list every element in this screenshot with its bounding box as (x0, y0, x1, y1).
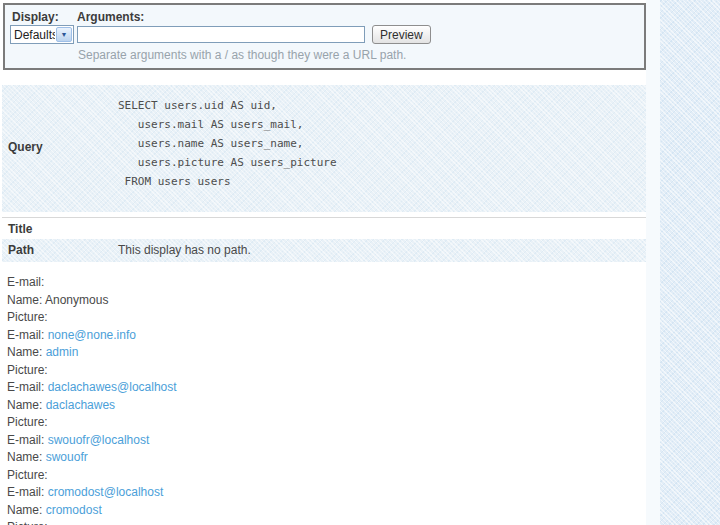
arguments-label: Arguments: (77, 10, 144, 24)
field-value-link[interactable]: admin (46, 345, 79, 359)
field-line: Name: admin (7, 344, 627, 362)
field-line: Picture: (7, 362, 627, 380)
field-label: Picture: (7, 310, 48, 324)
field-label: E-mail: (7, 275, 44, 289)
path-row: Path This display has no path. (2, 239, 646, 262)
field-label: Name: (7, 450, 46, 464)
field-label: E-mail: (7, 328, 48, 342)
arguments-input[interactable] (77, 26, 365, 43)
views-preview-page: Display: Defaults ▼ Arguments: Preview S… (0, 0, 720, 525)
field-label: Name: (7, 398, 46, 412)
field-line: Name: Anonymous (7, 292, 627, 310)
field-label: Picture: (7, 415, 48, 429)
field-value-link[interactable]: daclachawes@localhost (48, 380, 177, 394)
field-line: E-mail: daclachawes@localhost (7, 379, 627, 397)
field-line: Name: cromodost (7, 502, 627, 520)
field-label: Name: (7, 345, 46, 359)
field-label: Name: (7, 503, 46, 517)
field-line: Picture: (7, 309, 627, 327)
field-line: E-mail: cromodost@localhost (7, 484, 627, 502)
content-right-gutter (646, 0, 660, 525)
path-label: Path (8, 243, 34, 257)
display-label: Display: (12, 10, 59, 24)
field-value-link[interactable]: cromodost@localhost (48, 485, 164, 499)
field-line: E-mail: swouofr@localhost (7, 432, 627, 450)
field-value-link[interactable]: none@none.info (48, 328, 136, 342)
field-line: Picture: (7, 519, 627, 525)
field-value-link[interactable]: swouofr (46, 450, 88, 464)
field-label: Picture: (7, 520, 48, 525)
field-label: E-mail: (7, 380, 48, 394)
field-value-link[interactable]: cromodost (46, 503, 102, 517)
query-row: Query SELECT users.uid AS uid, users.mai… (2, 85, 646, 212)
query-label: Query (8, 140, 43, 154)
field-label: Name: (7, 293, 45, 307)
chevron-down-icon: ▼ (56, 27, 72, 42)
field-value-link[interactable]: daclachawes (46, 398, 115, 412)
query-sql: SELECT users.uid AS uid, users.mail AS u… (118, 96, 337, 191)
field-value: Anonymous (45, 293, 108, 307)
preview-form: Display: Defaults ▼ Arguments: Preview S… (3, 3, 646, 70)
field-line: Picture: (7, 467, 627, 485)
path-value: This display has no path. (118, 243, 251, 257)
field-line: E-mail: (7, 274, 627, 292)
title-row: Title (2, 217, 646, 239)
field-label: E-mail: (7, 485, 48, 499)
field-label: Picture: (7, 363, 48, 377)
field-line: E-mail: none@none.info (7, 327, 627, 345)
page-background-strip (660, 0, 720, 525)
field-line: Picture: (7, 414, 627, 432)
display-select-value: Defaults (11, 28, 55, 42)
title-label: Title (8, 222, 32, 236)
field-line: Name: swouofr (7, 449, 627, 467)
field-label: Picture: (7, 468, 48, 482)
results-list: E-mail:Name: AnonymousPicture:E-mail: no… (7, 274, 627, 525)
preview-button[interactable]: Preview (372, 25, 431, 44)
field-line: Name: daclachawes (7, 397, 627, 415)
display-select[interactable]: Defaults ▼ (10, 25, 74, 44)
field-value-link[interactable]: swouofr@localhost (48, 433, 150, 447)
arguments-help-text: Separate arguments with a / as though th… (78, 48, 406, 62)
field-label: E-mail: (7, 433, 48, 447)
